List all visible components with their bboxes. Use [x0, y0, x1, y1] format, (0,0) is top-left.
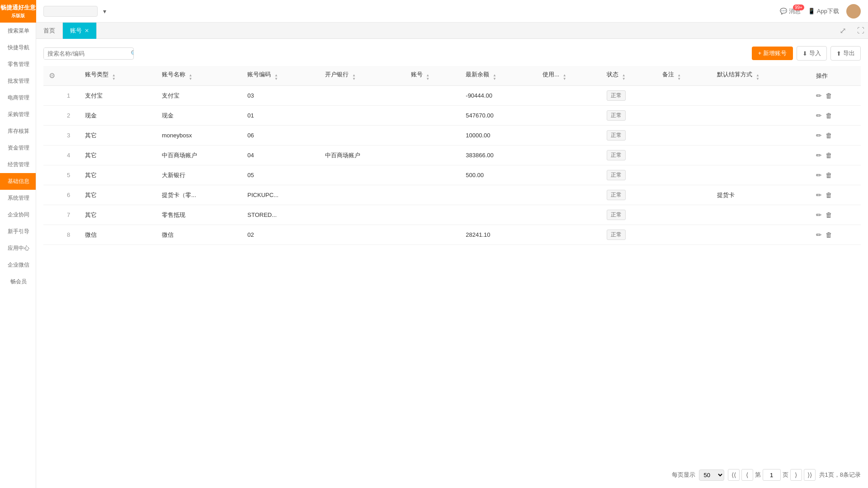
toolbar: 🔍 + 新增账号 ⬇ 导入 ⬆ 导出	[43, 46, 861, 61]
row-gear	[43, 126, 61, 145]
edit-button[interactable]: ✏	[816, 171, 822, 179]
col-default-settle[interactable]: 默认结算方式 ▲▼	[712, 66, 810, 86]
row-usage	[537, 126, 601, 145]
delete-button[interactable]: 🗑	[826, 151, 832, 160]
sidebar-item-basic-info[interactable]: 基础信息	[0, 173, 36, 190]
sidebar-item-member[interactable]: 畅会员	[0, 273, 36, 290]
col-account[interactable]: 账号 ▲▼	[406, 66, 461, 86]
add-account-button[interactable]: + 新增账号	[752, 47, 793, 60]
sort-icon-default-settle: ▲▼	[756, 74, 760, 81]
delete-button[interactable]: 🗑	[826, 92, 832, 100]
edit-button[interactable]: ✏	[816, 92, 822, 100]
row-balance	[460, 185, 537, 205]
app-download-button[interactable]: 📱 App下载	[808, 7, 839, 15]
page-last-button[interactable]: ⟩⟩	[804, 469, 816, 481]
delete-button[interactable]: 🗑	[826, 131, 832, 140]
col-bank[interactable]: 开户银行 ▲▼	[320, 66, 405, 86]
page-next-button[interactable]: ⟩	[790, 469, 802, 481]
delete-button[interactable]: 🗑	[826, 191, 832, 199]
sidebar-item-purchase-mgmt[interactable]: 采购管理	[0, 106, 36, 123]
tab-expand-button[interactable]: ⤢	[834, 26, 852, 36]
edit-button[interactable]: ✏	[816, 231, 822, 239]
per-page-select[interactable]: 50 100 200	[699, 469, 724, 481]
col-num	[61, 66, 80, 86]
table-settings-icon[interactable]: ⚙	[49, 72, 55, 80]
edit-button[interactable]: ✏	[816, 131, 822, 140]
status-badge: 正常	[607, 110, 626, 121]
edit-button[interactable]: ✏	[816, 191, 822, 199]
row-code: 05	[242, 165, 320, 185]
col-status[interactable]: 状态 ▲▼	[601, 66, 657, 86]
row-usage	[537, 205, 601, 225]
sidebar-item-finance-mgmt[interactable]: 资金管理	[0, 140, 36, 156]
row-num: 7	[61, 205, 80, 225]
col-usage[interactable]: 使用... ▲▼	[537, 66, 601, 86]
row-gear	[43, 165, 61, 185]
sidebar-item-corp-wechat[interactable]: 企业微信	[0, 257, 36, 273]
row-bank: 中百商场账户	[320, 145, 405, 165]
row-account	[406, 165, 461, 185]
row-balance: 500.00	[460, 165, 537, 185]
tab-account[interactable]: 账号 ✕	[63, 23, 97, 39]
tab-bar: 首页 账号 ✕ ⤢ ⛶	[36, 23, 868, 39]
sidebar-item-newbie-guide[interactable]: 新手引导	[0, 223, 36, 240]
delete-button[interactable]: 🗑	[826, 231, 832, 239]
tab-home[interactable]: 首页	[36, 23, 63, 39]
col-code[interactable]: 账号编码 ▲▼	[242, 66, 320, 86]
row-name: 现金	[156, 106, 242, 126]
status-badge: 正常	[607, 190, 626, 200]
search-button[interactable]: 🔍	[127, 48, 134, 59]
row-remark	[657, 86, 712, 106]
row-actions: ✏ 🗑	[811, 106, 861, 126]
sidebar-item-search-menu[interactable]: 搜索菜单	[0, 23, 36, 39]
col-balance[interactable]: 最新余额 ▲▼	[460, 66, 537, 86]
message-button[interactable]: 💬 消息 99+	[780, 7, 801, 15]
search-input[interactable]	[44, 48, 127, 59]
page-first-button[interactable]: ⟨⟨	[728, 469, 740, 481]
row-num: 8	[61, 225, 80, 245]
sort-icon-account: ▲▼	[426, 74, 429, 81]
top-search-input[interactable]	[43, 6, 98, 17]
col-action: 操作	[811, 66, 861, 86]
col-type[interactable]: 账号类型 ▲▼	[80, 66, 156, 86]
sidebar-item-app-center[interactable]: 应用中心	[0, 240, 36, 257]
delete-button[interactable]: 🗑	[826, 112, 832, 120]
table-row: 4 其它 中百商场账户 04 中百商场账户 383866.00 正常 ✏ 🗑	[43, 145, 861, 165]
import-button[interactable]: ⬇ 导入	[797, 46, 827, 61]
tab-fullscreen-button[interactable]: ⛶	[854, 27, 868, 35]
row-default-settle	[712, 225, 810, 245]
sidebar-item-inventory[interactable]: 库存核算	[0, 123, 36, 140]
sidebar-item-sys-mgmt[interactable]: 系统管理	[0, 190, 36, 206]
sidebar-item-corp-agreement[interactable]: 企业协同	[0, 206, 36, 223]
export-button[interactable]: ⬆ 导出	[830, 46, 861, 61]
delete-button[interactable]: 🗑	[826, 171, 832, 179]
row-type: 微信	[80, 225, 156, 245]
tab-close-icon[interactable]: ✕	[85, 28, 89, 34]
user-avatar[interactable]	[846, 4, 861, 19]
sidebar-item-quick-nav[interactable]: 快捷导航	[0, 39, 36, 56]
sidebar-item-ecom-mgmt[interactable]: 电商管理	[0, 89, 36, 106]
page-number-input[interactable]	[763, 469, 781, 481]
row-default-settle	[712, 126, 810, 145]
top-dropdown-button[interactable]: ▾	[103, 8, 106, 15]
edit-button[interactable]: ✏	[816, 112, 822, 120]
row-balance	[460, 205, 537, 225]
table-footer: 每页显示 50 100 200 ⟨⟨ ⟨ 第 页 ⟩ ⟩⟩ 共1页，8条记录	[43, 464, 861, 481]
sidebar-item-retail-mgmt[interactable]: 零售管理	[0, 56, 36, 73]
sort-icon-type: ▲▼	[112, 74, 116, 81]
per-page-label: 每页显示	[672, 471, 695, 479]
col-remark[interactable]: 备注 ▲▼	[657, 66, 712, 86]
col-name[interactable]: 账号名称 ▲▼	[156, 66, 242, 86]
row-balance: 383866.00	[460, 145, 537, 165]
sidebar-item-wholesale-mgmt[interactable]: 批发管理	[0, 73, 36, 89]
edit-button[interactable]: ✏	[816, 151, 822, 160]
sidebar-item-ops-mgmt[interactable]: 经营管理	[0, 156, 36, 173]
row-gear	[43, 106, 61, 126]
page-prev-button[interactable]: ⟨	[741, 469, 753, 481]
table-row: 6 其它 提货卡（零... PICKUPC... 正常 提货卡 ✏ 🗑	[43, 185, 861, 205]
delete-button[interactable]: 🗑	[826, 211, 832, 219]
edit-button[interactable]: ✏	[816, 211, 822, 219]
row-name: 零售抵现	[156, 205, 242, 225]
main-content: ▾ 💬 消息 99+ 📱 App下载 首页 账号 ✕ ⤢ ⛶	[36, 0, 868, 488]
sort-icon-remark: ▲▼	[677, 74, 681, 81]
